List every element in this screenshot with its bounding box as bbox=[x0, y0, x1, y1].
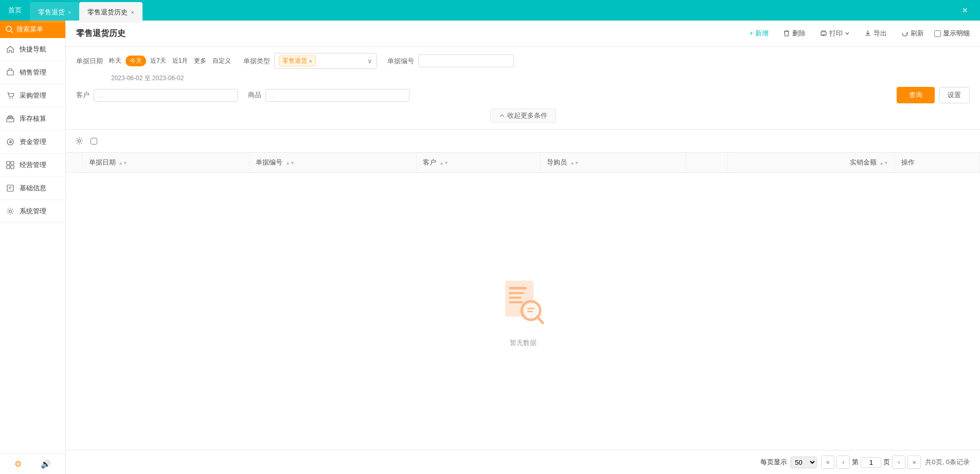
sidebar-search[interactable]: 搜索菜单 bbox=[0, 21, 65, 38]
type-filter-tag-label: 零售退货 bbox=[282, 57, 307, 65]
customer-filter-label: 客户 bbox=[76, 90, 90, 100]
print-button-label: 打印 bbox=[829, 29, 843, 38]
new-button[interactable]: + 新增 bbox=[745, 27, 773, 40]
sidebar-item-inventory[interactable]: 库存核算 bbox=[0, 107, 65, 131]
date-filter: 单据日期 昨天 今天 近7天 近1月 更多 自定义 bbox=[76, 56, 233, 66]
tab-home-label: 首页 bbox=[8, 6, 22, 15]
goods-filter-input[interactable] bbox=[265, 89, 409, 102]
sidebar-item-purchase[interactable]: 采购管理 bbox=[0, 84, 65, 107]
col-spacer bbox=[686, 153, 728, 173]
svg-rect-22 bbox=[509, 297, 522, 299]
empty-illustration bbox=[497, 276, 549, 332]
export-icon bbox=[864, 30, 871, 37]
per-page-select[interactable]: 10 20 50 100 bbox=[790, 457, 817, 468]
page-nav: « ‹ 第 页 › » bbox=[821, 455, 921, 469]
first-page-button[interactable]: « bbox=[821, 455, 834, 469]
customer-filter-input[interactable] bbox=[94, 89, 238, 102]
svg-rect-23 bbox=[509, 301, 523, 303]
close-window-button[interactable]: × bbox=[958, 5, 972, 16]
type-filter: 单据类型 零售退货 × ∨ bbox=[243, 53, 377, 69]
table-settings-button[interactable] bbox=[72, 134, 86, 148]
svg-rect-2 bbox=[7, 70, 13, 75]
next-page-button[interactable]: › bbox=[892, 455, 905, 469]
tab-retail-return[interactable]: 零售退货 × bbox=[30, 2, 79, 23]
tab-list: 首页 零售退货 × 零售退货历史 × bbox=[0, 0, 958, 21]
show-detail-checkbox[interactable] bbox=[934, 30, 941, 37]
refresh-button-label: 刷新 bbox=[911, 29, 924, 38]
page-actions: + 新增 删除 打印 导出 bbox=[745, 27, 970, 40]
sidebar-item-operations[interactable]: 经营管理 bbox=[0, 154, 65, 177]
sidebar-item-quick-nav[interactable]: 快捷导航 bbox=[0, 38, 65, 61]
operations-icon bbox=[5, 160, 15, 170]
number-filter-label: 单据编号 bbox=[387, 57, 414, 66]
number-filter-input[interactable] bbox=[418, 54, 514, 67]
col-guide[interactable]: 导购员 ▲▼ bbox=[541, 153, 686, 173]
collapse-button[interactable]: 收起更多条件 bbox=[490, 108, 556, 123]
tab-retail-return-close[interactable]: × bbox=[68, 9, 71, 15]
col-customer[interactable]: 客户 ▲▼ bbox=[417, 153, 541, 173]
last-page-button[interactable]: » bbox=[907, 455, 921, 469]
sidebar-item-system[interactable]: 系统管理 bbox=[0, 200, 65, 223]
svg-rect-10 bbox=[11, 161, 14, 165]
prev-page-button[interactable]: ‹ bbox=[836, 455, 850, 469]
svg-point-18 bbox=[78, 140, 81, 142]
purchase-icon bbox=[5, 90, 15, 101]
refresh-icon bbox=[901, 30, 908, 37]
date-shortcut-last1m[interactable]: 近1月 bbox=[170, 56, 190, 66]
svg-rect-11 bbox=[7, 166, 10, 169]
goods-filter-label: 商品 bbox=[248, 90, 261, 100]
date-shortcut-more[interactable]: 更多 bbox=[192, 56, 208, 66]
sidebar-item-quick-nav-label: 快捷导航 bbox=[20, 45, 46, 54]
col-number[interactable]: 单据编号 ▲▼ bbox=[250, 153, 417, 173]
customer-filter: 客户 bbox=[76, 89, 238, 102]
page-unit-label: 页 bbox=[883, 458, 890, 467]
sidebar-item-basic-info[interactable]: 基础信息 bbox=[0, 177, 65, 200]
query-button[interactable]: 查询 bbox=[897, 87, 935, 103]
type-filter-tag-remove[interactable]: × bbox=[309, 58, 312, 64]
refresh-button[interactable]: 刷新 bbox=[897, 27, 928, 40]
page-header: 零售退货历史 + 新增 删除 打印 bbox=[66, 21, 980, 47]
type-filter-tag: 零售退货 × bbox=[279, 56, 315, 66]
col-amount[interactable]: 实销金额 ▲▼ bbox=[728, 153, 895, 173]
type-filter-arrow: ∨ bbox=[367, 57, 372, 65]
date-shortcut-last7[interactable]: 近7天 bbox=[148, 56, 168, 66]
page-number-input[interactable] bbox=[861, 457, 881, 468]
svg-rect-21 bbox=[509, 292, 524, 294]
page-title: 零售退货历史 bbox=[76, 28, 126, 39]
date-shortcut-custom[interactable]: 自定义 bbox=[210, 56, 233, 66]
tab-retail-return-history[interactable]: 零售退货历史 × bbox=[79, 2, 142, 23]
goods-filter: 商品 bbox=[248, 89, 409, 102]
date-shortcut-yesterday[interactable]: 昨天 bbox=[107, 56, 123, 66]
type-filter-select[interactable]: 零售退货 × ∨ bbox=[274, 53, 377, 69]
inventory-icon bbox=[5, 114, 15, 124]
svg-rect-20 bbox=[509, 287, 527, 289]
search-icon bbox=[5, 25, 13, 33]
filter-row-1: 单据日期 昨天 今天 近7天 近1月 更多 自定义 单据类型 bbox=[76, 53, 970, 69]
sidebar-bottom: ⚙ 🔊 bbox=[0, 453, 65, 474]
collapse-icon bbox=[499, 113, 505, 119]
volume-icon[interactable]: 🔊 bbox=[41, 459, 51, 469]
col-action: 操作 bbox=[895, 153, 979, 173]
tab-home[interactable]: 首页 bbox=[0, 0, 30, 21]
print-button[interactable]: 打印 bbox=[816, 27, 854, 40]
empty-state: 暂无数据 bbox=[66, 173, 980, 450]
type-filter-label: 单据类型 bbox=[243, 57, 270, 66]
sidebar-item-inventory-label: 库存核算 bbox=[20, 114, 46, 123]
export-button[interactable]: 导出 bbox=[860, 27, 891, 40]
svg-rect-17 bbox=[821, 32, 826, 35]
date-shortcut-today[interactable]: 今天 bbox=[126, 56, 146, 66]
system-icon bbox=[5, 206, 15, 216]
table-select-all-checkbox[interactable] bbox=[91, 138, 97, 144]
sidebar-item-finance[interactable]: 资金管理 bbox=[0, 131, 65, 154]
delete-button[interactable]: 删除 bbox=[779, 27, 810, 40]
filter-area: 单据日期 昨天 今天 近7天 近1月 更多 自定义 单据类型 bbox=[66, 47, 980, 130]
show-detail-checkbox-group: 显示明细 bbox=[934, 29, 970, 38]
sidebar-item-sales[interactable]: 销售管理 bbox=[0, 61, 65, 84]
delete-icon bbox=[783, 30, 790, 37]
table-toolbar bbox=[66, 130, 980, 153]
svg-line-1 bbox=[11, 31, 13, 33]
settings-query-button[interactable]: 设置 bbox=[939, 87, 970, 103]
settings-icon[interactable]: ⚙ bbox=[14, 459, 22, 469]
col-date[interactable]: 单据日期 ▲▼ bbox=[82, 153, 250, 173]
tab-retail-return-history-close[interactable]: × bbox=[131, 9, 134, 15]
